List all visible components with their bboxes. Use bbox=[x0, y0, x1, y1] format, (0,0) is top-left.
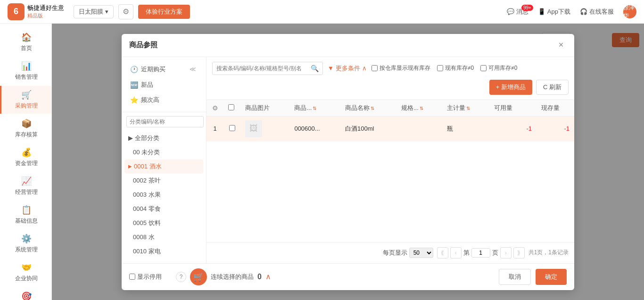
add-product-button[interactable]: + 新增商品 bbox=[489, 80, 532, 95]
dialog-body: 🕐 近期购买 ≪ 🆕 新品 ⭐ 频次高 bbox=[122, 57, 574, 263]
prev-page-button[interactable]: ‹ bbox=[450, 247, 462, 258]
category-item-00[interactable]: 00 未分类 bbox=[124, 145, 203, 159]
service-button[interactable]: 🎧 在线客服 bbox=[580, 8, 614, 16]
new-product-filter[interactable]: 🆕 新品 bbox=[126, 78, 201, 92]
dialog-header: 商品参照 × bbox=[122, 34, 574, 57]
user-menu[interactable]: 徐泽华 bbox=[623, 5, 636, 18]
settings-button[interactable]: ⚙ bbox=[118, 4, 133, 19]
page-size-selector: 每页显示 50 100 200 bbox=[383, 248, 433, 258]
toolbar-right-buttons: + 新增商品 C 刷新 bbox=[489, 80, 569, 95]
page-navigation: ⟪ ‹ 第 页 › ⟫ bbox=[437, 247, 525, 258]
page-number-input[interactable] bbox=[471, 248, 490, 258]
product-thumbnail: 🖼 bbox=[245, 120, 262, 137]
message-button[interactable]: 💬 消息 99+ bbox=[507, 8, 528, 16]
sidebar-item-purchase[interactable]: 🛒 采购管理 bbox=[0, 86, 51, 114]
cart-button[interactable]: 🛒 bbox=[190, 268, 207, 285]
app-download-button[interactable]: 📱 App下载 bbox=[538, 8, 570, 16]
message-icon: 💬 bbox=[507, 8, 514, 15]
category-search: 🔍 bbox=[122, 112, 206, 131]
category-item-0002[interactable]: 0002 茶叶 bbox=[124, 174, 203, 188]
next-page-button[interactable]: › bbox=[500, 247, 512, 258]
row-available: -1 bbox=[489, 116, 537, 141]
content-area: 设置 查询 商品参照 × 🕐 bbox=[52, 24, 644, 300]
recent-buy-filter[interactable]: 🕐 近期购买 ≪ bbox=[126, 62, 201, 77]
category-item-0004[interactable]: 0004 零食 bbox=[124, 202, 203, 216]
purchase-icon: 🛒 bbox=[21, 90, 32, 100]
sidebar-item-home[interactable]: 🏠 首页 bbox=[0, 28, 51, 56]
dialog-right-panel: 🔍 ▼ 更多条件 ∧ 按仓库显示现有库存 bbox=[206, 57, 574, 263]
sidebar-item-system[interactable]: ⚙️ 系统管理 bbox=[0, 230, 51, 258]
pagination: 每页显示 50 100 200 ⟪ ‹ 第 bbox=[206, 242, 574, 263]
sidebar-item-guide[interactable]: 🎯 新手引导 bbox=[0, 287, 51, 300]
trial-button[interactable]: 体验行业方案 bbox=[138, 5, 190, 19]
row-name: 白酒100ml bbox=[340, 116, 396, 141]
sidebar-item-basic[interactable]: 📋 基础信息 bbox=[0, 201, 51, 229]
high-frequency-filter[interactable]: ⭐ 频次高 bbox=[126, 93, 201, 107]
category-all[interactable]: ▶ 全部分类 bbox=[124, 131, 203, 145]
expand-icon: ▶ bbox=[128, 134, 133, 142]
avatar: 徐泽华 bbox=[623, 5, 636, 18]
footer-left: 显示停用 bbox=[129, 273, 162, 281]
store-selector[interactable]: 日太阳膜 ▾ bbox=[74, 5, 114, 18]
quick-filters: 🕐 近期购买 ≪ 🆕 新品 ⭐ 频次高 bbox=[122, 62, 206, 112]
product-reference-dialog: 商品参照 × 🕐 近期购买 ≪ � bbox=[122, 34, 574, 290]
more-filter-button[interactable]: ▼ 更多条件 ∧ bbox=[328, 64, 367, 73]
row-checkbox[interactable] bbox=[223, 116, 240, 141]
active-arrow-icon: ▶ bbox=[128, 164, 132, 169]
dialog-title: 商品参照 bbox=[129, 41, 157, 50]
category-item-0005[interactable]: 0005 饮料 bbox=[124, 216, 203, 230]
category-item-0010[interactable]: 0010 家电 bbox=[124, 244, 203, 258]
product-table-container: ⚙ 商品图片 商品...⇅ bbox=[206, 100, 574, 242]
footer-collapse-button[interactable]: ∧ bbox=[265, 272, 271, 281]
footer-center: ? 🛒 连续选择的商品 0 ∧ bbox=[176, 268, 271, 285]
nonzero-available-checkbox[interactable]: 可用库存≠0 bbox=[480, 64, 517, 72]
product-search-input[interactable] bbox=[213, 63, 307, 74]
product-search-box: 🔍 bbox=[212, 62, 323, 75]
category-search-input[interactable] bbox=[126, 116, 204, 127]
row-code: 000600... bbox=[289, 116, 340, 141]
col-name[interactable]: 商品名称⇅ bbox=[340, 100, 396, 117]
system-icon: ⚙️ bbox=[21, 233, 32, 244]
main-layout: 🏠 首页 📊 销售管理 🛒 采购管理 📦 库存核算 💰 资金管理 📈 经营管理 … bbox=[0, 24, 644, 300]
new-icon: 🆕 bbox=[130, 81, 138, 89]
category-item-0008[interactable]: 0008 水 bbox=[124, 230, 203, 244]
table-row[interactable]: 1 🖼 000600... 白酒100ml bbox=[206, 116, 574, 141]
collapse-left-button[interactable]: ≪ bbox=[188, 65, 198, 74]
guide-icon: 🎯 bbox=[21, 291, 32, 300]
filter-checkboxes: 按仓库显示现有库存 现有库存≠0 可用库存≠0 bbox=[372, 64, 518, 72]
page-size-select[interactable]: 50 100 200 bbox=[409, 248, 433, 258]
first-page-button[interactable]: ⟪ bbox=[437, 247, 448, 258]
sidebar-item-inventory[interactable]: 📦 库存核算 bbox=[0, 115, 51, 142]
select-all-checkbox[interactable] bbox=[228, 104, 234, 110]
sidebar-item-enterprise[interactable]: 🤝 企业协同 bbox=[0, 258, 51, 286]
category-list: ▶ 全部分类 00 未分类 ▶ 0001 酒水 0002 茶 bbox=[122, 131, 206, 258]
col-code[interactable]: 商品...⇅ bbox=[289, 100, 340, 117]
headset-icon: 🎧 bbox=[580, 8, 587, 15]
refresh-button[interactable]: C 刷新 bbox=[536, 80, 569, 95]
col-spec[interactable]: 规格...⇅ bbox=[396, 100, 442, 117]
sidebar: 🏠 首页 📊 销售管理 🛒 采购管理 📦 库存核算 💰 资金管理 📈 经营管理 … bbox=[0, 24, 52, 300]
category-item-0003[interactable]: 0003 水果 bbox=[124, 188, 203, 202]
dialog-close-button[interactable]: × bbox=[555, 40, 567, 51]
product-search-button[interactable]: 🔍 bbox=[307, 62, 322, 75]
sidebar-item-finance[interactable]: 💰 资金管理 bbox=[0, 143, 51, 171]
help-button[interactable]: ? bbox=[176, 272, 186, 282]
home-icon: 🏠 bbox=[21, 32, 32, 42]
navbar-right: 💬 消息 99+ 📱 App下载 🎧 在线客服 徐泽华 bbox=[507, 5, 636, 18]
enterprise-icon: 🤝 bbox=[21, 262, 32, 273]
show-disabled-checkbox[interactable]: 显示停用 bbox=[129, 273, 162, 281]
warehouse-stock-checkbox[interactable]: 按仓库显示现有库存 bbox=[372, 64, 430, 72]
cancel-button[interactable]: 取消 bbox=[499, 269, 531, 285]
col-available: 可用量 bbox=[489, 100, 537, 117]
sidebar-item-sales[interactable]: 📊 销售管理 bbox=[0, 57, 51, 85]
col-image: 商品图片 bbox=[240, 100, 289, 117]
nonzero-stock-checkbox[interactable]: 现有库存≠0 bbox=[437, 64, 474, 72]
page-info: 共1页，1条记录 bbox=[528, 249, 569, 257]
confirm-button[interactable]: 确定 bbox=[536, 269, 567, 285]
col-unit[interactable]: 主计量⇅ bbox=[442, 100, 489, 117]
last-page-button[interactable]: ⟫ bbox=[513, 247, 525, 258]
sidebar-item-operation[interactable]: 📈 经营管理 bbox=[0, 172, 51, 200]
category-item-0001[interactable]: ▶ 0001 酒水 bbox=[124, 159, 203, 174]
column-settings-icon[interactable]: ⚙ bbox=[212, 104, 218, 112]
chevron-down-icon: ▾ bbox=[105, 8, 108, 15]
